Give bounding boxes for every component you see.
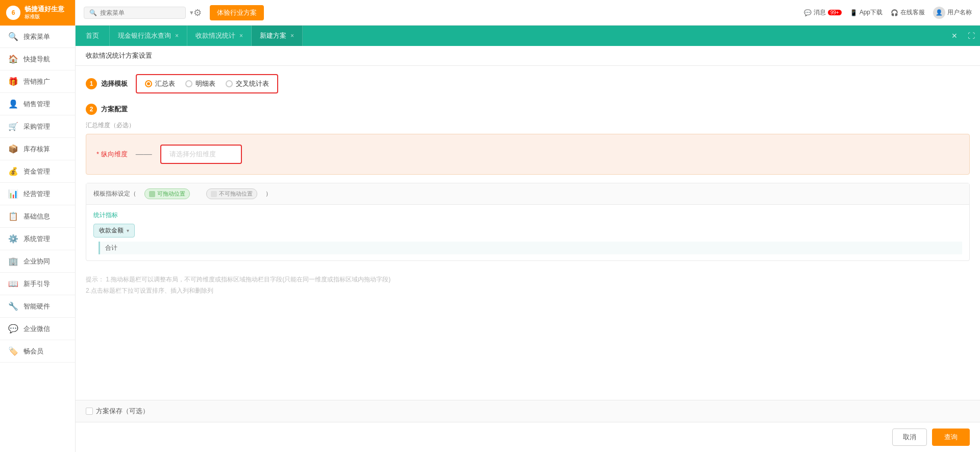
online-service-item[interactable]: 🎧 在线客服 bbox=[891, 8, 925, 17]
search-dropdown-icon[interactable]: ▾ bbox=[190, 9, 193, 16]
metrics-header-close-paren: ） bbox=[265, 189, 272, 198]
radio-summary-label: 汇总表 bbox=[155, 79, 175, 88]
sidebar-item-4[interactable]: 🛒 采购管理 bbox=[0, 115, 75, 138]
sidebar-icon-1: 🏠 bbox=[8, 54, 18, 64]
tip-2: 2.点击标题栏下拉可设置排序、插入列和删除列 bbox=[86, 286, 970, 297]
radio-cross-label: 交叉统计表 bbox=[236, 79, 269, 88]
page-title: 收款情况统计方案设置 bbox=[86, 52, 152, 59]
tab-label-2: 收款情况统计 bbox=[195, 31, 235, 40]
tab-close-1[interactable]: × bbox=[175, 32, 179, 39]
app-download-item[interactable]: 📱 App下载 bbox=[850, 8, 883, 17]
template-radio-group: 汇总表 明细表 交叉统计表 bbox=[136, 74, 278, 93]
sidebar-label-6: 资金管理 bbox=[23, 167, 50, 176]
tip-1: 提示： 1.拖动标题栏可以调整布局，不可跨维度或指标区域拖动栏目字段(只能在同一… bbox=[86, 274, 970, 286]
sidebar-item-12[interactable]: 🔧 智能硬件 bbox=[0, 295, 75, 318]
tab-item-3[interactable]: 新建方案× bbox=[252, 26, 303, 46]
step2-number: 2 bbox=[86, 104, 97, 115]
sidebar-item-11[interactable]: 📖 新手引导 bbox=[0, 273, 75, 295]
sidebar-label-9: 系统管理 bbox=[23, 234, 50, 244]
user-profile[interactable]: 👤 用户名称 bbox=[933, 7, 972, 19]
sidebar: 6 畅捷通好生意 标准版 🔍 搜索菜单 🏠 快捷导航 🎁 营销推广 👤 销售管理… bbox=[0, 0, 76, 452]
user-avatar: 👤 bbox=[933, 7, 945, 19]
metrics-body: 统计指标 收款金额 ▾ 合计 bbox=[86, 205, 969, 260]
sidebar-label-4: 采购管理 bbox=[23, 122, 50, 131]
sidebar-item-5[interactable]: 📦 库存核算 bbox=[0, 138, 75, 160]
metric-tag-payment[interactable]: 收款金额 ▾ bbox=[93, 224, 135, 237]
tab-item-1[interactable]: 现金银行流水查询× bbox=[110, 26, 187, 46]
tab-item-2[interactable]: 收款情况统计× bbox=[187, 26, 252, 46]
sidebar-item-10[interactable]: 🏢 企业协同 bbox=[0, 250, 75, 273]
sidebar-item-3[interactable]: 👤 销售管理 bbox=[0, 93, 75, 115]
sidebar-label-0: 搜索菜单 bbox=[23, 32, 50, 41]
sidebar-icon-14: 🏷️ bbox=[8, 346, 18, 356]
step2-section: 2 方案配置 汇总维度（必选） * 纵向维度 —— 请选择分组维度 bbox=[86, 104, 970, 301]
sidebar-item-14[interactable]: 🏷️ 畅会员 bbox=[0, 340, 75, 363]
non-draggable-label: 不可拖动位置 bbox=[219, 190, 253, 198]
sidebar-label-14: 畅会员 bbox=[23, 347, 43, 356]
download-icon: 📱 bbox=[850, 9, 857, 16]
footer-bar: 取消 查询 bbox=[76, 422, 980, 452]
sidebar-label-5: 库存核算 bbox=[23, 145, 50, 154]
sidebar-item-9[interactable]: ⚙️ 系统管理 bbox=[0, 228, 75, 250]
trial-button[interactable]: 体验行业方案 bbox=[210, 5, 264, 20]
tab-close-3[interactable]: × bbox=[290, 32, 294, 39]
page-header: 收款情况统计方案设置 bbox=[76, 46, 980, 66]
radio-cross-circle bbox=[226, 80, 233, 87]
tab-label-0: 首页 bbox=[86, 31, 99, 40]
sidebar-item-13[interactable]: 💬 企业微信 bbox=[0, 318, 75, 340]
metric-subtag-total: 合计 bbox=[99, 242, 962, 254]
sidebar-label-8: 基础信息 bbox=[23, 212, 50, 221]
tips-section: 提示： 1.拖动标题栏可以调整布局，不可跨维度或指标区域拖动栏目字段(只能在同一… bbox=[86, 269, 970, 301]
service-label: 在线客服 bbox=[900, 8, 925, 17]
save-checkbox-box[interactable] bbox=[86, 408, 93, 415]
notification-item[interactable]: 💬 消息 99+ bbox=[804, 8, 842, 17]
save-label: 方案保存（可选） bbox=[96, 407, 149, 416]
metrics-header-title: 模板指标设定（ bbox=[93, 189, 136, 198]
save-checkbox-label[interactable]: 方案保存（可选） bbox=[86, 407, 149, 416]
sidebar-item-8[interactable]: 📋 基础信息 bbox=[0, 205, 75, 228]
dimension-row: * 纵向维度 —— 请选择分组维度 bbox=[96, 145, 959, 164]
sidebar-item-7[interactable]: 📊 经营管理 bbox=[0, 183, 75, 205]
tab-bar: 首页现金银行流水查询×收款情况统计×新建方案× ✕ ⛶ bbox=[76, 26, 980, 46]
radio-summary-circle bbox=[145, 80, 152, 87]
logo-text-block: 畅捷通好生意 标准版 bbox=[24, 5, 64, 20]
sidebar-label-3: 销售管理 bbox=[23, 100, 50, 109]
radio-cross[interactable]: 交叉统计表 bbox=[226, 79, 269, 88]
sidebar-label-2: 营销推广 bbox=[23, 77, 50, 86]
sidebar-icon-2: 🎁 bbox=[8, 77, 18, 86]
radio-detail-label: 明细表 bbox=[195, 79, 215, 88]
metrics-tags-area: 收款金额 ▾ 合计 bbox=[93, 224, 962, 254]
save-section: 方案保存（可选） bbox=[76, 400, 980, 422]
app-name: 畅捷通好生意 bbox=[24, 5, 64, 13]
vertical-dimension-label: * 纵向维度 bbox=[96, 150, 128, 159]
notification-label: 消息 bbox=[814, 8, 826, 17]
group-dimension-select[interactable]: 请选择分组维度 bbox=[160, 145, 242, 164]
sidebar-item-0[interactable]: 🔍 搜索菜单 bbox=[0, 26, 75, 48]
window-maximize-btn[interactable]: ⛶ bbox=[963, 26, 980, 46]
topbar-right: 💬 消息 99+ 📱 App下载 🎧 在线客服 👤 用户名称 bbox=[804, 7, 972, 19]
sidebar-icon-5: 📦 bbox=[8, 144, 18, 154]
settings-gear-icon[interactable]: ⚙ bbox=[193, 7, 202, 18]
sidebar-item-2[interactable]: 🎁 营销推广 bbox=[0, 70, 75, 93]
metrics-header: 模板指标设定（ 可拖动位置 不可拖动位置 ） bbox=[86, 183, 969, 205]
notification-badge: 99+ bbox=[828, 10, 842, 15]
sidebar-item-6[interactable]: 💰 资金管理 bbox=[0, 160, 75, 183]
dimension-arrow-icon: —— bbox=[136, 150, 152, 159]
sidebar-icon-0: 🔍 bbox=[8, 32, 18, 41]
non-draggable-badge: 不可拖动位置 bbox=[206, 188, 257, 199]
metric-tag-label: 收款金额 bbox=[99, 226, 124, 235]
sidebar-item-1[interactable]: 🏠 快捷导航 bbox=[0, 48, 75, 70]
query-button[interactable]: 查询 bbox=[932, 429, 970, 446]
radio-detail[interactable]: 明细表 bbox=[185, 79, 215, 88]
window-close-btn[interactable]: ✕ bbox=[946, 26, 963, 46]
sidebar-icon-8: 📋 bbox=[8, 211, 18, 221]
cancel-button[interactable]: 取消 bbox=[892, 429, 927, 446]
search-input[interactable] bbox=[100, 9, 177, 16]
tab-close-2[interactable]: × bbox=[239, 32, 243, 39]
sidebar-label-13: 企业微信 bbox=[23, 324, 50, 334]
search-box[interactable]: 🔍 bbox=[84, 7, 186, 19]
radio-summary[interactable]: 汇总表 bbox=[145, 79, 175, 88]
draggable-label: 可拖动位置 bbox=[157, 190, 185, 198]
metrics-section: 模板指标设定（ 可拖动位置 不可拖动位置 ） bbox=[86, 183, 970, 261]
tab-item-0[interactable]: 首页 bbox=[76, 26, 110, 46]
